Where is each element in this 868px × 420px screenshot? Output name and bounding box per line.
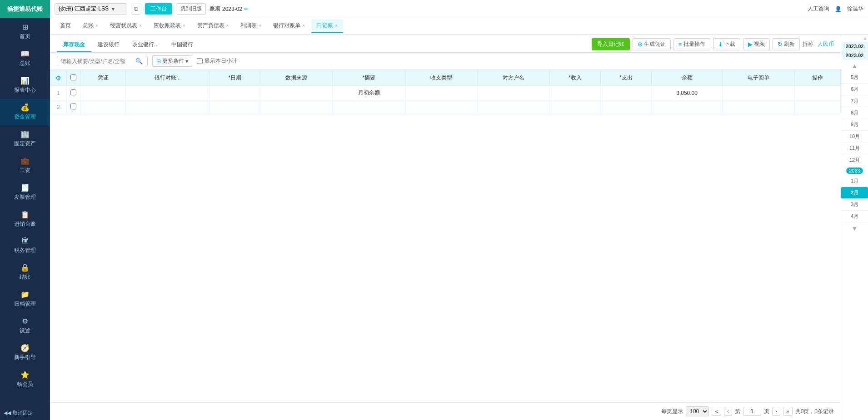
show-daily-checkbox-label[interactable]: 显示本日小计 bbox=[197, 57, 237, 65]
batch-op-button[interactable]: ≡ 批量操作 bbox=[673, 38, 710, 50]
sidebar-item-settings[interactable]: ⚙ 设置 bbox=[0, 312, 50, 339]
sidebar-item-invoice[interactable]: 🧾 发票管理 bbox=[0, 179, 50, 206]
calendar-year-header-1[interactable]: 2023.02 bbox=[841, 42, 868, 51]
more-filter-button[interactable]: ⊟ 更多条件 ▾ bbox=[152, 55, 192, 67]
company-selector[interactable]: (勿册) 江西超宝-LSS ▼ bbox=[55, 3, 127, 15]
tab-bank-statement[interactable]: 银行对账单 × bbox=[268, 19, 310, 33]
search-icon[interactable]: 🔍 bbox=[135, 58, 143, 64]
cal-month-8[interactable]: 8月 bbox=[841, 107, 868, 119]
sidebar-item-assets[interactable]: 🏢 固定资产 bbox=[0, 125, 50, 152]
first-page-button[interactable]: « bbox=[712, 407, 721, 416]
sidebar-item-label: 发票管理 bbox=[14, 193, 36, 201]
import-journal-button[interactable]: 导入日记账 bbox=[592, 38, 630, 50]
cal-month-10[interactable]: 10月 bbox=[841, 131, 868, 143]
col-settings[interactable]: ⚙ bbox=[50, 70, 67, 86]
tab-ledger[interactable]: 总账 × bbox=[77, 19, 104, 33]
tab-close-icon[interactable]: × bbox=[259, 23, 261, 28]
bank-tab-cash[interactable]: 库存现金 bbox=[57, 38, 91, 52]
bank-tab-construction[interactable]: 建设银行 bbox=[91, 38, 126, 52]
bank-tab-label: 中国银行 bbox=[171, 41, 193, 48]
cal-month-5[interactable]: 5月 bbox=[841, 72, 868, 84]
tab-business[interactable]: 经营状况表 × bbox=[105, 19, 147, 33]
tab-close-icon[interactable]: × bbox=[302, 23, 305, 28]
row-select-checkbox[interactable] bbox=[70, 104, 76, 109]
cal-month-7[interactable]: 7月 bbox=[841, 95, 868, 107]
cal-month-2-active[interactable]: 2月 bbox=[841, 187, 868, 199]
sidebar-item-salary[interactable]: 💼 工资 bbox=[0, 152, 50, 179]
page-number-input[interactable] bbox=[743, 407, 761, 416]
row-select-checkbox[interactable] bbox=[70, 89, 76, 95]
calendar-year-header-2[interactable]: 2023.02 bbox=[841, 51, 868, 60]
currency-value[interactable]: 人民币 bbox=[818, 40, 834, 48]
period-edit-icon[interactable]: ✏ bbox=[244, 6, 249, 12]
sidebar-item-archive[interactable]: 📁 归档管理 bbox=[0, 286, 50, 312]
sidebar-item-vip[interactable]: ⭐ 畅会员 bbox=[0, 366, 50, 393]
sidebar-item-tax[interactable]: 🏛 税务管理 bbox=[0, 232, 50, 259]
tab-bar: 首页 总账 × 经营状况表 × 应收账款表 × 资产负债表 × 利润表 × 银行… bbox=[50, 18, 868, 35]
bank-tab-china[interactable]: 中国银行 bbox=[165, 38, 200, 52]
cal-month-6[interactable]: 6月 bbox=[841, 84, 868, 95]
cal-prev-button[interactable]: ▲ bbox=[841, 60, 868, 72]
cal-month-12[interactable]: 12月 bbox=[841, 154, 868, 166]
sidebar-item-home[interactable]: ⊞ 首页 bbox=[0, 18, 50, 45]
close-calendar-button[interactable]: × bbox=[863, 36, 867, 42]
search-input[interactable] bbox=[61, 58, 134, 64]
sidebar-item-guide[interactable]: 🧭 新手引导 bbox=[0, 339, 50, 366]
refresh-button[interactable]: ↻ 刷新 bbox=[773, 38, 800, 50]
row-checkbox[interactable] bbox=[67, 100, 80, 114]
col-checkbox[interactable] bbox=[67, 70, 80, 86]
workbench-button[interactable]: 工作台 bbox=[145, 3, 172, 15]
next-page-button[interactable]: › bbox=[772, 407, 780, 416]
sidebar-item-close[interactable]: 🔒 结账 bbox=[0, 259, 50, 286]
old-version-button[interactable]: 切到旧版 bbox=[176, 3, 206, 15]
cal-month-9[interactable]: 9月 bbox=[841, 119, 868, 131]
tab-receivable[interactable]: 应收账款表 × bbox=[148, 19, 191, 33]
cal-next-button[interactable]: ▼ bbox=[841, 222, 868, 234]
cal-month-11[interactable]: 11月 bbox=[841, 143, 868, 154]
col-bank-match: 银行对账... bbox=[126, 70, 210, 86]
settings-icon: ⚙ bbox=[22, 317, 28, 326]
cell-balance: 3,050.00 bbox=[652, 86, 723, 100]
filter-icon: ⊟ bbox=[156, 58, 161, 64]
per-page-select[interactable]: 100 50 200 bbox=[686, 406, 709, 416]
tab-profit[interactable]: 利润表 × bbox=[235, 19, 267, 33]
capital-icon: 💰 bbox=[20, 103, 30, 112]
cal-month-1[interactable]: 1月 bbox=[841, 175, 868, 187]
sidebar-item-reports[interactable]: 📊 报表中心 bbox=[0, 72, 50, 99]
download-button[interactable]: ⬇ 下载 bbox=[713, 38, 740, 50]
refresh-label: 刷新 bbox=[784, 40, 795, 48]
show-daily-checkbox[interactable] bbox=[197, 58, 203, 64]
prev-page-button[interactable]: ‹ bbox=[724, 407, 732, 416]
cell-balance bbox=[652, 100, 723, 114]
cal-month-4[interactable]: 4月 bbox=[841, 211, 868, 222]
tab-close-icon[interactable]: × bbox=[183, 23, 185, 28]
tab-home[interactable]: 首页 bbox=[55, 19, 76, 33]
tab-journal[interactable]: 日记账 × bbox=[311, 19, 343, 33]
col-voucher: 凭证 bbox=[80, 70, 126, 86]
generate-voucher-button[interactable]: ⊕ 生成凭证 bbox=[633, 38, 671, 50]
consultant-label[interactable]: 人工咨询 bbox=[808, 5, 829, 13]
tab-close-icon[interactable]: × bbox=[226, 23, 229, 28]
cell-action bbox=[795, 86, 841, 100]
home-icon: ⊞ bbox=[22, 23, 28, 31]
company-name: (勿册) 江西超宝-LSS bbox=[59, 5, 109, 13]
tab-close-icon[interactable]: × bbox=[335, 23, 338, 28]
select-all-checkbox[interactable] bbox=[70, 74, 76, 80]
copy-button[interactable]: ⧉ bbox=[131, 4, 141, 15]
unpin-button[interactable]: ◀◀ 取消固定 bbox=[0, 406, 50, 420]
view-button[interactable]: ▶ 视频 bbox=[743, 38, 770, 50]
sidebar-item-sales[interactable]: 📋 进销台账 bbox=[0, 206, 50, 232]
content-area: 库存现金 建设银行 农业银行... 中国银行 导入日记账 ⊕ 生成凭证 bbox=[50, 35, 868, 420]
tab-balance-sheet[interactable]: 资产负债表 × bbox=[192, 19, 234, 33]
tab-close-icon[interactable]: × bbox=[139, 23, 142, 28]
last-page-button[interactable]: » bbox=[783, 407, 793, 416]
sidebar-item-ledger[interactable]: 📖 总账 bbox=[0, 45, 50, 72]
cal-month-3[interactable]: 3月 bbox=[841, 199, 868, 211]
batch-op-label: 批量操作 bbox=[683, 40, 705, 48]
bank-tab-agriculture[interactable]: 农业银行... bbox=[126, 38, 165, 52]
archive-icon: 📁 bbox=[20, 290, 30, 299]
tab-close-icon[interactable]: × bbox=[95, 23, 98, 28]
row-checkbox[interactable] bbox=[67, 86, 80, 100]
user-name[interactable]: 徐温华 bbox=[847, 5, 863, 13]
sidebar-item-capital[interactable]: 💰 资金管理 bbox=[0, 99, 50, 125]
